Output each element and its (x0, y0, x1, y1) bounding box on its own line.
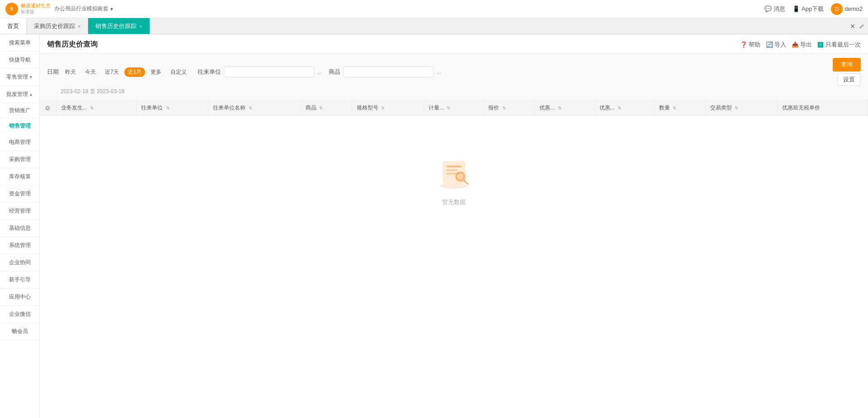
date-pill-custom[interactable]: 自定义 (167, 67, 190, 77)
settings-gear-icon[interactable]: ⚙ (45, 104, 51, 112)
sidebar-item-marketing[interactable]: 营销推广 (0, 103, 39, 119)
date-pill-7days[interactable]: 近7天 (101, 67, 123, 77)
basic-info-label: 基础信息 (9, 224, 31, 232)
sort-icon-counterpart-code: ⇅ (166, 105, 170, 110)
svg-rect-2 (446, 166, 462, 167)
th-unit[interactable]: 计量... ⇅ (424, 100, 483, 116)
th-spec[interactable]: 规格型号 ⇅ (352, 100, 424, 116)
sidebar-item-enterprise-wechat[interactable]: 企业微信 (0, 306, 39, 323)
last-only-checkbox[interactable]: ✓ 只看最后一次 (817, 41, 861, 49)
th-pre-tax-price[interactable]: 优惠前无税单价 (777, 100, 868, 116)
tab-purchase-history[interactable]: 采购历史价跟踪 × (27, 18, 88, 34)
export-icon: 📤 (792, 41, 799, 48)
export-action[interactable]: 📤 导出 (792, 41, 812, 49)
tab-sales-history-close[interactable]: × (139, 24, 142, 29)
th-quantity[interactable]: 数量 ⇅ (654, 100, 705, 116)
sidebar-item-app-center[interactable]: 应用中心 (0, 289, 39, 306)
sidebar-item-wholesale[interactable]: 批发管理 ▲ (0, 86, 39, 103)
expand-icon[interactable]: ⤢ (859, 23, 864, 30)
counterpart-label: 往来单位 (198, 68, 221, 76)
date-pill-1month[interactable]: 近1月 (124, 67, 146, 77)
th-discount2[interactable]: 优惠... ⇅ (594, 100, 654, 116)
counterpart-input[interactable] (224, 66, 314, 77)
tab-sales-history-label: 销售历史价跟踪 (95, 22, 137, 30)
date-pill-today[interactable]: 今天 (81, 67, 99, 77)
tabbar: 首页 采购历史价跟踪 × 销售历史价跟踪 × ✕ ⤢ (0, 18, 868, 34)
th-quote[interactable]: 报价 ⇅ (484, 100, 535, 116)
user-action[interactable]: D demo2 (831, 3, 863, 15)
th-trade-type[interactable]: 交易类型 ⇅ (705, 100, 777, 116)
logo-text: 畅捷通好生意 (21, 3, 51, 9)
product-label: 商品 (329, 68, 340, 76)
sidebar-item-finance[interactable]: 资金管理 (0, 185, 39, 203)
product-input[interactable] (343, 66, 434, 77)
sidebar-item-system[interactable]: 系统管理 (0, 237, 39, 254)
logo-sub: 标准版 (21, 9, 51, 15)
settings-button[interactable]: 设置 (837, 73, 861, 86)
date-pills: 昨天 今天 近7天 近1月 更多 自定义 (61, 67, 190, 77)
help-icon: ❓ (740, 41, 747, 48)
sort-icon-trade-type: ⇅ (735, 105, 738, 110)
tab-purchase-history-close[interactable]: × (78, 24, 80, 29)
import-action[interactable]: 🔄 导入 (766, 41, 786, 49)
sales-mgmt-label: 销售管理 (9, 123, 31, 129)
quick-nav-label: 快捷导航 (9, 56, 31, 64)
sidebar-item-sales-mgmt[interactable]: 销售管理 (0, 119, 39, 134)
sidebar-item-inventory[interactable]: 库存核算 (0, 168, 39, 185)
table-head: ⚙ 业务发生... ⇅ 往来单位 ⇅ 往来单位名称 ⇅ (40, 100, 868, 116)
sidebar-item-retail[interactable]: 零售管理 ▼ (0, 69, 39, 86)
member-label: 畅会员 (12, 328, 28, 335)
empty-state: 暂无数据 (40, 116, 868, 242)
enterprise-label: 企业协同 (9, 259, 31, 266)
sidebar-item-enterprise[interactable]: 企业协同 (0, 254, 39, 271)
th-discount1[interactable]: 优惠... ⇅ (535, 100, 594, 116)
sort-icon-biz-date: ⇅ (90, 105, 94, 110)
sidebar-item-purchase[interactable]: 采购管理 (0, 151, 39, 168)
operations-label: 经营管理 (9, 207, 31, 215)
counterpart-dots[interactable]: ... (317, 69, 321, 75)
empty-text: 暂无数据 (442, 198, 466, 206)
sidebar-item-guide[interactable]: 新手引导 (0, 271, 39, 289)
guide-label: 新手引导 (9, 276, 31, 284)
main-layout: 搜索菜单 快捷导航 零售管理 ▼ 批发管理 ▲ 营销推广 销售管理 电商管理 采… (0, 34, 868, 418)
purchase-label: 采购管理 (9, 156, 31, 163)
tab-home[interactable]: 首页 (0, 18, 27, 34)
th-counterpart-code[interactable]: 往来单位 ⇅ (137, 100, 208, 116)
sidebar-item-ecom[interactable]: 电商管理 (0, 134, 39, 151)
date-pill-yesterday[interactable]: 昨天 (61, 67, 80, 77)
help-action[interactable]: ❓ 帮助 (740, 41, 760, 49)
th-product[interactable]: 商品 ⇅ (301, 100, 352, 116)
th-counterpart-name[interactable]: 往来单位名称 ⇅ (208, 100, 301, 116)
sort-icon-unit: ⇅ (447, 105, 450, 110)
message-action[interactable]: 💬 消息 (764, 5, 785, 13)
th-biz-date[interactable]: 业务发生... ⇅ (56, 100, 137, 116)
sort-icon-discount2: ⇅ (618, 105, 621, 110)
filter-bar: 日期 昨天 今天 近7天 近1月 更多 自定义 往来单位 ... (40, 53, 868, 100)
marketing-label: 营销推广 (9, 107, 31, 114)
sidebar-item-member[interactable]: 畅会员 (0, 323, 39, 340)
th-settings[interactable]: ⚙ (40, 100, 56, 116)
logo-area: 6 畅捷通好生意 标准版 (5, 3, 51, 15)
sidebar-item-basic-info[interactable]: 基础信息 (0, 220, 39, 237)
sidebar-item-search-menu[interactable]: 搜索菜单 (0, 34, 39, 52)
query-button[interactable]: 查询 (833, 58, 861, 71)
close-all-tabs-icon[interactable]: ✕ (850, 23, 855, 30)
logo-icon: 6 (5, 3, 18, 15)
empty-illustration (434, 152, 474, 193)
template-select[interactable]: 办公用品行业模拟账套 ▾ (54, 5, 113, 13)
sidebar-item-operations[interactable]: 经营管理 (0, 203, 39, 220)
app-download-action[interactable]: 📱 App下载 (793, 5, 824, 13)
sidebar-item-quick-nav[interactable]: 快捷导航 (0, 52, 39, 69)
app-download-icon: 📱 (793, 5, 800, 12)
product-dots[interactable]: ... (436, 69, 441, 75)
message-label: 消息 (774, 5, 785, 13)
tab-sales-history[interactable]: 销售历史价跟踪 × (88, 18, 150, 34)
avatar: D (831, 3, 843, 15)
retail-label: 零售管理 (6, 73, 28, 81)
date-pill-more[interactable]: 更多 (147, 67, 165, 77)
template-label: 办公用品行业模拟账套 (54, 5, 108, 13)
system-label: 系统管理 (9, 242, 31, 249)
tab-purchase-history-label: 采购历史价跟踪 (34, 22, 75, 30)
tab-home-label: 首页 (7, 22, 19, 30)
svg-rect-3 (446, 169, 458, 171)
